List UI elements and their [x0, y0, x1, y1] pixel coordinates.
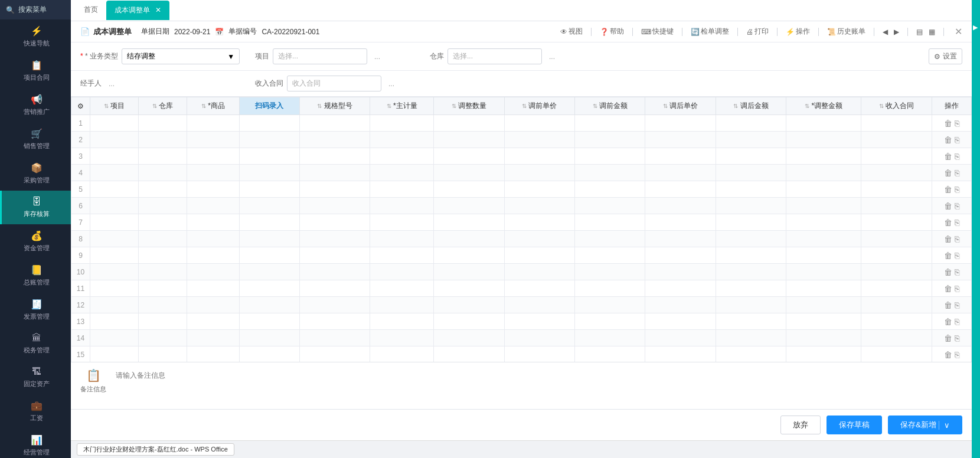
delete-row-icon[interactable]: 🗑	[944, 201, 952, 211]
table-cell[interactable]	[239, 115, 299, 132]
delete-row-icon[interactable]: 🗑	[944, 284, 952, 293]
table-cell[interactable]	[187, 198, 239, 214]
table-cell[interactable]	[504, 231, 574, 247]
table-cell[interactable]	[138, 247, 187, 264]
history-btn[interactable]: 📜 历史账单	[827, 27, 865, 37]
table-cell[interactable]	[716, 214, 786, 231]
table-cell[interactable]	[239, 214, 299, 231]
table-cell[interactable]	[138, 165, 187, 181]
table-cell[interactable]	[239, 198, 299, 214]
table-cell[interactable]	[716, 115, 786, 132]
table-cell[interactable]	[187, 231, 239, 247]
save-new-button[interactable]: 保存&新增 ∨	[888, 416, 962, 434]
table-cell[interactable]	[90, 132, 139, 148]
table-cell[interactable]	[434, 148, 504, 165]
sidebar-item-invoice[interactable]: 🧾 发票管理	[0, 293, 71, 327]
table-cell[interactable]	[861, 297, 932, 313]
table-cell[interactable]	[187, 247, 239, 264]
table-cell[interactable]	[90, 115, 139, 132]
table-cell[interactable]	[187, 148, 239, 165]
table-cell[interactable]	[370, 247, 434, 264]
table-cell[interactable]	[239, 346, 299, 362]
copy-row-icon[interactable]: ⎘	[955, 119, 959, 128]
table-cell[interactable]	[239, 313, 299, 330]
copy-row-icon[interactable]: ⎘	[955, 350, 959, 359]
table-cell[interactable]	[645, 280, 716, 297]
table-cell[interactable]	[90, 297, 139, 313]
table-cell[interactable]	[370, 115, 434, 132]
table-cell[interactable]	[187, 346, 239, 362]
copy-row-icon[interactable]: ⎘	[955, 267, 959, 277]
table-cell[interactable]	[90, 214, 139, 231]
table-cell[interactable]	[370, 280, 434, 297]
delete-row-icon[interactable]: 🗑	[944, 119, 952, 128]
table-cell[interactable]	[786, 132, 861, 148]
table-cell[interactable]	[239, 181, 299, 198]
table-cell[interactable]	[786, 231, 861, 247]
table-cell[interactable]	[786, 280, 861, 297]
table-cell[interactable]	[861, 198, 932, 214]
biz-type-select[interactable]: 结存调整 ▼	[122, 48, 240, 64]
table-cell[interactable]	[716, 231, 786, 247]
table-cell[interactable]	[239, 297, 299, 313]
table-cell[interactable]	[370, 231, 434, 247]
table-cell[interactable]	[370, 313, 434, 330]
save-draft-button[interactable]: 保存草稿	[827, 416, 882, 434]
sidebar-item-fund-mgmt[interactable]: 💰 资金管理	[0, 224, 71, 259]
sidebar-item-sales-promo[interactable]: 📢 营销推广	[0, 88, 71, 122]
table-cell[interactable]	[434, 132, 504, 148]
table-cell[interactable]	[90, 330, 139, 346]
table-cell[interactable]	[504, 280, 574, 297]
table-cell[interactable]	[299, 148, 370, 165]
table-cell[interactable]	[645, 313, 716, 330]
table-cell[interactable]	[861, 247, 932, 264]
table-cell[interactable]	[575, 247, 645, 264]
table-cell[interactable]	[299, 115, 370, 132]
table-cell[interactable]	[138, 214, 187, 231]
table-cell[interactable]	[434, 264, 504, 280]
table-cell[interactable]	[239, 264, 299, 280]
table-cell[interactable]	[434, 297, 504, 313]
table-cell[interactable]	[716, 132, 786, 148]
table-cell[interactable]	[716, 330, 786, 346]
table-cell[interactable]	[786, 330, 861, 346]
sidebar-item-quick-nav[interactable]: ⚡ 快速导航	[0, 19, 71, 54]
taskbar-wps-item[interactable]: 木门行业好业财处理方案-磊红红.doc - WPS Office	[77, 443, 234, 456]
table-cell[interactable]	[90, 148, 139, 165]
table-cell[interactable]	[370, 297, 434, 313]
table-cell[interactable]	[299, 231, 370, 247]
table-cell[interactable]	[187, 264, 239, 280]
table-cell[interactable]	[575, 297, 645, 313]
table-cell[interactable]	[786, 346, 861, 362]
copy-row-icon[interactable]: ⎘	[955, 284, 959, 293]
right-panel-toggle[interactable]: ▶	[972, 24, 980, 31]
table-cell[interactable]	[575, 313, 645, 330]
col-scan-input[interactable]: 扫码录入	[239, 97, 299, 115]
table-cell[interactable]	[645, 148, 716, 165]
tab-home[interactable]: 首页	[76, 0, 106, 21]
delete-row-icon[interactable]: 🗑	[944, 333, 952, 343]
table-cell[interactable]	[575, 214, 645, 231]
table-cell[interactable]	[370, 165, 434, 181]
table-cell[interactable]	[645, 297, 716, 313]
preview-btn[interactable]: 👁 视图	[560, 27, 583, 37]
table-cell[interactable]	[239, 247, 299, 264]
table-cell[interactable]	[575, 165, 645, 181]
table-cell[interactable]	[299, 330, 370, 346]
table-cell[interactable]	[434, 330, 504, 346]
nav-prev-btn[interactable]: ◀	[883, 28, 888, 36]
table-cell[interactable]	[861, 148, 932, 165]
copy-row-icon[interactable]: ⎘	[955, 168, 959, 178]
table-cell[interactable]	[239, 148, 299, 165]
table-cell[interactable]	[90, 313, 139, 330]
table-cell[interactable]	[504, 115, 574, 132]
table-cell[interactable]	[504, 330, 574, 346]
table-cell[interactable]	[575, 198, 645, 214]
table-cell[interactable]	[299, 132, 370, 148]
table-cell[interactable]	[90, 264, 139, 280]
table-cell[interactable]	[861, 280, 932, 297]
project-input[interactable]: 选择...	[273, 48, 367, 64]
table-cell[interactable]	[90, 165, 139, 181]
table-cell[interactable]	[716, 313, 786, 330]
delete-row-icon[interactable]: 🗑	[944, 152, 952, 161]
